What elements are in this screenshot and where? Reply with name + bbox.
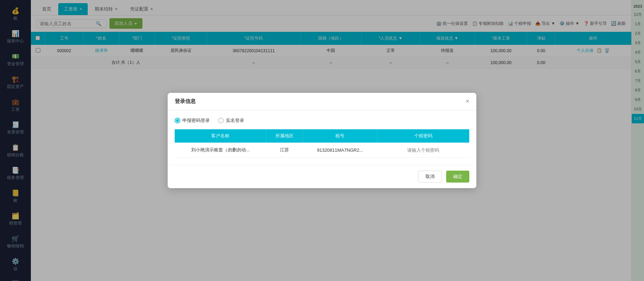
dialog-footer: 取消 确定 — [168, 165, 476, 188]
radio-password-label: 申报密码登录 — [182, 117, 210, 124]
dialog-body: 申报密码登录 实名登录 客户名称 所属地区 税号 个税密码 — [168, 110, 476, 165]
dialog-table-header-region: 所属地区 — [266, 129, 303, 143]
tax-password-input[interactable] — [382, 148, 465, 153]
dialog-header: 登录信息 × — [168, 93, 476, 110]
tax-no-cell: 91320811MA7NGR2... — [303, 143, 377, 158]
dialog-title: 登录信息 — [175, 98, 196, 105]
dialog-close-icon[interactable]: × — [465, 98, 469, 105]
radio-realname-circle — [218, 118, 224, 123]
dialog-table-row: 刘小艳演示账套（勿删勿动... 江苏 91320811MA7NGR2... — [175, 143, 469, 158]
cancel-button[interactable]: 取消 — [418, 171, 442, 183]
radio-password-login[interactable]: 申报密码登录 — [175, 117, 210, 124]
dialog-overlay: 登录信息 × 申报密码登录 实名登录 — [0, 0, 644, 281]
dialog-table-header-client: 客户名称 — [175, 129, 266, 143]
confirm-button[interactable]: 确定 — [446, 171, 469, 183]
dialog-table-header-tax-no: 税号 — [303, 129, 377, 143]
app-layout: 💰 账 📊 报表中心 💵 资金管理 🏗️ 固定资产 💼 工资 🧾 发票管理 📋 … — [0, 0, 644, 281]
dialog-table: 客户名称 所属地区 税号 个税密码 刘小艳演示账套（勿删勿动... 江苏 913… — [175, 129, 469, 158]
tax-password-cell[interactable] — [377, 143, 469, 158]
dialog-table-header-tax-pwd: 个税密码 — [377, 129, 469, 143]
login-type-radio-group: 申报密码登录 实名登录 — [175, 117, 469, 124]
radio-password-circle — [175, 118, 180, 123]
radio-realname-label: 实名登录 — [226, 117, 244, 124]
radio-realname-login[interactable]: 实名登录 — [218, 117, 244, 124]
client-name-cell: 刘小艳演示账套（勿删勿动... — [175, 143, 266, 158]
login-dialog: 登录信息 × 申报密码登录 实名登录 — [168, 93, 476, 188]
region-cell: 江苏 — [266, 143, 303, 158]
